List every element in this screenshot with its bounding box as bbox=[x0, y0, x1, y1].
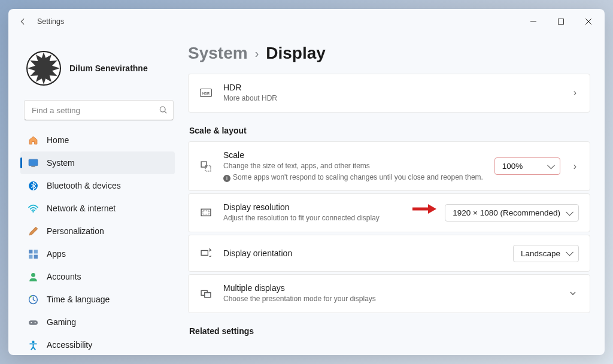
sidebar: Dilum Senevirathne Home System Bluetooth… bbox=[8, 34, 183, 355]
nav-label: Apps bbox=[47, 249, 66, 259]
svg-line-3 bbox=[165, 111, 166, 113]
home-icon bbox=[28, 135, 38, 145]
minimize-icon bbox=[530, 19, 536, 25]
resolution-title: Display resolution bbox=[223, 202, 434, 212]
system-icon bbox=[28, 157, 38, 168]
nav-label: Bluetooth & devices bbox=[47, 181, 121, 190]
maximize-icon bbox=[558, 19, 564, 25]
search-icon bbox=[159, 106, 168, 114]
nav-network[interactable]: Network & internet bbox=[20, 197, 175, 220]
svg-point-17 bbox=[34, 321, 35, 323]
multiple-displays-card[interactable]: Multiple displays Choose the presentatio… bbox=[188, 274, 590, 313]
svg-rect-8 bbox=[29, 250, 32, 253]
nav-label: Gaming bbox=[47, 317, 76, 327]
user-name: Dilum Senevirathne bbox=[69, 63, 148, 73]
nav-accounts[interactable]: Accounts bbox=[20, 265, 175, 288]
svg-point-18 bbox=[32, 341, 34, 343]
svg-point-7 bbox=[32, 211, 34, 213]
multiple-displays-icon bbox=[199, 289, 213, 299]
multiple-title: Multiple displays bbox=[223, 283, 556, 293]
arrow-left-icon bbox=[19, 17, 27, 26]
hdr-icon: HDR bbox=[199, 89, 213, 97]
breadcrumb: System › Display bbox=[188, 44, 590, 63]
brush-icon bbox=[28, 226, 38, 236]
nav-accessibility[interactable]: Accessibility bbox=[20, 333, 175, 355]
nav-label: Personalization bbox=[47, 226, 104, 236]
page-title: Display bbox=[266, 44, 326, 63]
gaming-icon bbox=[28, 317, 38, 327]
apps-icon bbox=[28, 248, 38, 259]
scale-sub2: iSome apps won't respond to scaling chan… bbox=[223, 172, 484, 183]
resolution-card[interactable]: Display resolution Adjust the resolution… bbox=[188, 193, 590, 232]
clock-icon bbox=[28, 294, 38, 305]
nav-label: System bbox=[47, 158, 75, 168]
search-wrap bbox=[24, 100, 174, 120]
nav-label: Accessibility bbox=[47, 340, 92, 350]
orientation-icon bbox=[199, 248, 213, 259]
nav-apps[interactable]: Apps bbox=[20, 242, 175, 265]
account-icon bbox=[28, 271, 38, 282]
svg-rect-15 bbox=[29, 320, 38, 324]
minimize-button[interactable] bbox=[520, 12, 547, 31]
svg-rect-27 bbox=[205, 292, 211, 297]
settings-window: Settings Dilum Senevirathne Home bbox=[8, 9, 605, 355]
hdr-card[interactable]: HDR HDR More about HDR › bbox=[188, 74, 590, 113]
maximize-button[interactable] bbox=[547, 12, 575, 31]
scale-dropdown[interactable]: 100% bbox=[494, 157, 560, 175]
chevron-right-icon: › bbox=[255, 47, 259, 60]
nav-gaming[interactable]: Gaming bbox=[20, 311, 175, 333]
main-content[interactable]: System › Display HDR HDR More about HDR … bbox=[183, 34, 605, 355]
avatar bbox=[26, 51, 61, 86]
resolution-dropdown[interactable]: 1920 × 1080 (Recommended) bbox=[445, 204, 579, 222]
search-input[interactable] bbox=[24, 100, 174, 120]
app-body: Dilum Senevirathne Home System Bluetooth… bbox=[8, 34, 605, 355]
orientation-title: Display orientation bbox=[223, 248, 502, 258]
svg-point-12 bbox=[31, 272, 35, 277]
svg-rect-10 bbox=[29, 254, 32, 258]
scale-card[interactable]: Scale Change the size of text, apps, and… bbox=[188, 141, 590, 192]
hdr-sub: More about HDR bbox=[223, 93, 560, 104]
multiple-sub: Choose the presentation mode for your di… bbox=[223, 294, 556, 304]
svg-point-2 bbox=[160, 107, 165, 112]
scale-sub1: Change the size of text, apps, and other… bbox=[223, 161, 484, 171]
close-icon bbox=[585, 19, 591, 25]
svg-point-14 bbox=[29, 295, 31, 297]
bluetooth-icon bbox=[28, 180, 38, 191]
nav-home[interactable]: Home bbox=[20, 129, 175, 151]
back-button[interactable] bbox=[11, 10, 35, 34]
orientation-dropdown[interactable]: Landscape bbox=[513, 245, 579, 262]
svg-rect-23 bbox=[201, 209, 211, 216]
svg-rect-24 bbox=[203, 211, 209, 214]
chevron-right-icon: › bbox=[571, 161, 579, 172]
nav-label: Time & language bbox=[47, 295, 110, 304]
svg-point-16 bbox=[31, 321, 32, 323]
svg-rect-5 bbox=[31, 166, 35, 166]
nav-time[interactable]: Time & language bbox=[20, 288, 175, 311]
nav-personalization[interactable]: Personalization bbox=[20, 220, 175, 242]
wifi-icon bbox=[28, 203, 38, 214]
nav-bluetooth[interactable]: Bluetooth & devices bbox=[20, 174, 175, 197]
svg-text:HDR: HDR bbox=[202, 92, 210, 95]
nav-system[interactable]: System bbox=[20, 151, 175, 174]
svg-rect-1 bbox=[559, 19, 564, 25]
chevron-right-icon: › bbox=[571, 87, 579, 98]
info-icon: i bbox=[223, 175, 230, 182]
titlebar: Settings bbox=[8, 9, 605, 34]
svg-rect-4 bbox=[29, 159, 38, 166]
svg-rect-9 bbox=[34, 250, 37, 253]
orientation-card[interactable]: Display orientation Landscape bbox=[188, 235, 590, 272]
section-related: Related settings bbox=[189, 326, 590, 336]
breadcrumb-parent[interactable]: System bbox=[188, 44, 248, 63]
resolution-sub: Adjust the resolution to fit your connec… bbox=[223, 213, 434, 223]
accessibility-icon bbox=[28, 339, 38, 350]
svg-rect-11 bbox=[34, 254, 37, 258]
svg-rect-22 bbox=[205, 165, 211, 171]
close-button[interactable] bbox=[575, 12, 602, 31]
nav-label: Network & internet bbox=[47, 204, 116, 213]
svg-rect-25 bbox=[201, 251, 208, 256]
window-controls bbox=[520, 12, 602, 31]
user-profile[interactable]: Dilum Senevirathne bbox=[20, 34, 177, 96]
hdr-title: HDR bbox=[223, 83, 560, 92]
nav-label: Home bbox=[47, 135, 69, 145]
window-title: Settings bbox=[37, 17, 64, 26]
